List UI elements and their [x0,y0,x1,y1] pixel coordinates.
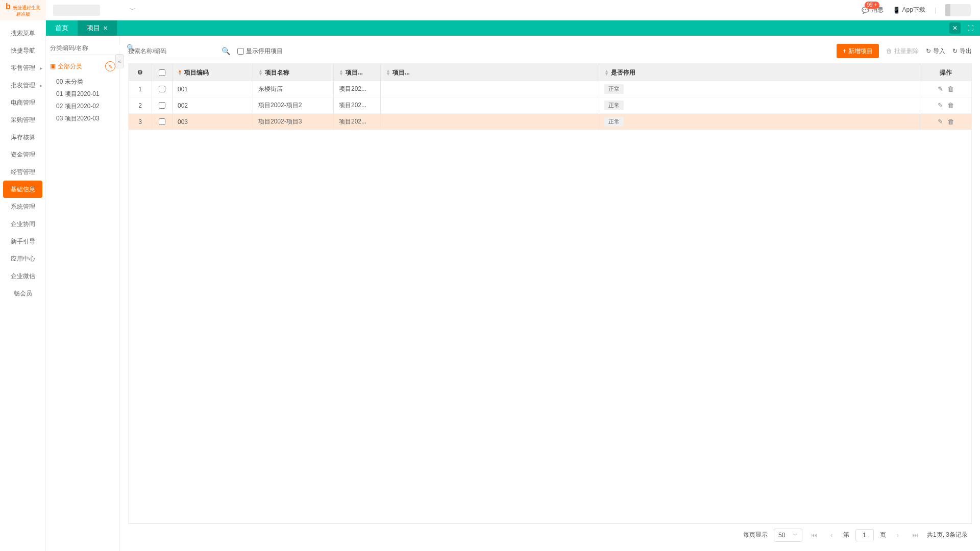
add-project-button[interactable]: + 新增项目 [837,44,879,58]
sidebar-item[interactable]: 企业微信 [0,267,45,285]
per-page-select[interactable]: 50 ﹀ [774,529,802,542]
sidebar-item[interactable]: 批发管理▸ [0,77,45,94]
edit-icon[interactable]: ✎ [938,118,943,126]
column-code[interactable]: ▲▼项目编码 [173,64,253,81]
plus-icon: + [843,47,846,55]
tab-project-label: 项目 [87,23,100,33]
tab-project[interactable]: 项目 ✕ [78,20,117,36]
show-disabled-input[interactable] [237,48,244,55]
edit-icon[interactable]: ✎ [938,102,943,109]
cell-remark [381,97,599,113]
category-root[interactable]: ▣ 全部分类 [50,62,82,71]
brand-logo: b 畅捷通好生意 标准版 [0,0,46,20]
category-item[interactable]: 03 项目2020-03 [56,112,115,124]
sidebar-item[interactable]: 快捷导航 [0,42,45,59]
cell-category: 项目202... [334,81,381,97]
show-disabled-checkbox[interactable]: 显示停用项目 [237,47,283,56]
close-icon[interactable]: ✕ [103,25,108,32]
brand-icon: b 畅捷通好生意 [6,2,40,11]
sidebar-item[interactable]: 系统管理 [0,198,45,215]
collapse-handle[interactable]: « [115,54,124,68]
add-project-label: 新增项目 [848,47,873,56]
status-badge: 正常 [604,84,624,94]
sidebar-item[interactable]: 基础信息 [3,181,42,198]
tenant-selector[interactable]: ﹀ [46,0,143,20]
sidebar-item[interactable]: 畅会员 [0,285,45,302]
page-input[interactable] [855,529,874,541]
category-item[interactable]: 02 项目2020-02 [56,100,115,112]
tab-home[interactable]: 首页 [46,20,78,36]
edit-icon[interactable]: ✎ [938,85,943,93]
cell-name: 项目2002-项目2 [253,97,334,113]
search-input[interactable] [128,47,222,55]
tab-home-label: 首页 [55,23,68,33]
topbar-actions: 💬 消息 99 + 📱 App下载 | [862,4,980,16]
show-disabled-label: 显示停用项目 [246,47,283,56]
chevron-right-icon: ▸ [40,65,42,71]
folder-icon: ▣ [50,63,56,70]
last-page-button[interactable]: ⏭ [910,530,921,541]
batch-delete-label: 批量删除 [894,47,919,56]
category-search: 🔍 [50,41,115,55]
cell-category: 项目202... [334,114,381,130]
status-badge: 正常 [604,101,624,110]
category-root-label: 全部分类 [58,62,82,71]
delete-icon[interactable]: 🗑 [947,118,954,126]
import-icon: ↻ [926,47,931,55]
first-page-button[interactable]: ⏮ [808,530,820,541]
sidebar-item[interactable]: 资金管理 [0,146,45,163]
column-remark[interactable]: ▲▼项目... [381,64,599,81]
cell-remark [381,81,599,97]
cell-operation: ✎🗑 [920,81,971,97]
fullscreen-button[interactable]: ⛶ [965,22,976,34]
sidebar-item[interactable]: 采购管理 [0,111,45,129]
import-button[interactable]: ↻ 导入 [926,47,945,56]
select-all-checkbox[interactable] [159,69,165,76]
column-checkbox [152,64,173,81]
sidebar-item[interactable]: 应用中心 [0,250,45,267]
next-page-button[interactable]: › [892,530,903,541]
column-status-label: 是否停用 [611,68,635,77]
category-item[interactable]: 01 项目2020-01 [56,88,115,100]
column-category[interactable]: ▲▼项目... [334,64,381,81]
table-row[interactable]: 2002项目2002-项目2项目202...正常✎🗑 [129,97,971,114]
column-name[interactable]: ▲▼项目名称 [253,64,334,81]
prev-page-button[interactable]: ‹ [826,530,837,541]
cell-operation: ✎🗑 [920,114,971,130]
app-download-button[interactable]: 📱 App下载 [893,6,925,14]
category-search-input[interactable] [50,44,127,52]
category-item[interactable]: 00 未分类 [56,76,115,88]
row-checkbox-cell [152,114,173,130]
delete-icon[interactable]: 🗑 [947,102,954,109]
export-button[interactable]: ↻ 导出 [952,47,972,56]
page-suffix: 页 [880,531,886,539]
search-icon[interactable]: 🔍 [127,44,135,52]
sidebar-item[interactable]: 新手引导 [0,233,45,250]
row-checkbox[interactable] [159,86,165,92]
tab-close-button[interactable]: ✕ [949,22,961,34]
column-status[interactable]: ▲▼是否停用 [599,64,920,81]
row-checkbox[interactable] [159,102,165,109]
table-header: ⚙ ▲▼项目编码 ▲▼项目名称 ▲▼项目... ▲▼项目... ▲▼是否停用 操… [129,64,971,81]
row-checkbox-cell [152,97,173,113]
sidebar-item[interactable]: 企业协同 [0,215,45,233]
row-checkbox[interactable] [159,118,165,125]
pagination: 每页显示 50 ﹀ ⏮ ‹ 第 页 › ⏭ 共1页, 3条记录 [128,523,972,546]
sidebar-item[interactable]: 搜索菜单 [0,24,45,42]
table-row[interactable]: 1001东楼街店项目202...正常✎🗑 [129,81,971,97]
chevron-down-icon: ﹀ [793,532,798,539]
gear-icon: ⚙ [137,69,143,76]
sidebar-item[interactable]: 零售管理▸ [0,59,45,77]
sidebar-item[interactable]: 库存核算 [0,129,45,146]
sidebar-item[interactable]: 电商管理 [0,94,45,111]
table-row[interactable]: 3003项目2002-项目3项目202...正常✎🗑 [129,114,971,130]
cell-status: 正常 [599,97,920,113]
category-edit-button[interactable]: ✎ [105,61,115,71]
data-panel: 🔍 显示停用项目 + 新增项目 🗑 批量删除 [120,36,980,551]
column-settings[interactable]: ⚙ [129,64,152,81]
avatar[interactable] [945,4,971,16]
sidebar-item[interactable]: 经营管理 [0,163,45,181]
messages-button[interactable]: 💬 消息 99 + [862,6,884,14]
delete-icon[interactable]: 🗑 [947,85,954,93]
search-icon[interactable]: 🔍 [222,47,230,55]
